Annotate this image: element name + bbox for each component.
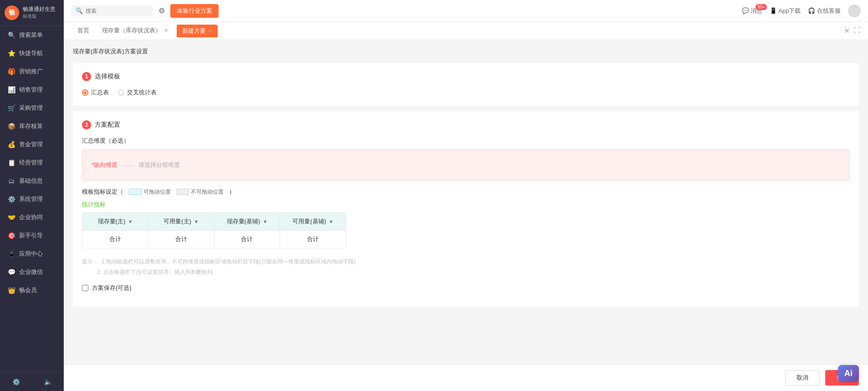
- chevron-1-icon: ▼: [194, 219, 199, 224]
- draggable-text: 可拖动位置: [143, 188, 171, 196]
- quick-nav-icon: ⭐: [7, 49, 15, 57]
- page-title: 现存量(库存状况表)方案设置: [73, 47, 859, 56]
- topbar-right: 💬 消息 99+ 📱 App下载 🎧 在线客服: [742, 5, 861, 17]
- speaker-btn[interactable]: 🔈: [41, 376, 56, 387]
- radio-summary[interactable]: 汇总表: [82, 88, 109, 97]
- sidebar-item-system[interactable]: ⚙️ 系统管理: [0, 190, 64, 208]
- enterprise-label: 企业协同: [19, 213, 43, 221]
- search-menu-label: 搜索菜单: [19, 31, 43, 39]
- sidebar-item-inventory[interactable]: 📦 库存核算: [0, 117, 64, 135]
- member-icon: 👑: [7, 286, 15, 294]
- radio-summary-dot: [82, 89, 88, 96]
- finance-icon: 💰: [7, 140, 15, 149]
- template-section: 1 选择模板 汇总表 交叉统计表: [73, 63, 859, 106]
- content-area: 现存量(库存状况表)方案设置 1 选择模板 汇总表 交叉统计表 2: [64, 40, 868, 364]
- app-center-label: 应用中心: [19, 250, 43, 258]
- member-label: 畅会员: [19, 286, 37, 294]
- sidebar-item-basic-info[interactable]: 🗂 基础信息: [0, 172, 64, 190]
- settings-btn[interactable]: ⚙️: [9, 376, 24, 387]
- draggable-badge: 可拖动位置: [129, 188, 171, 196]
- sidebar-item-wechat[interactable]: 💬 企业微信: [0, 263, 64, 281]
- user-avatar[interactable]: [848, 5, 861, 17]
- save-plan-checkbox[interactable]: [82, 285, 88, 291]
- stats-cell-0: 合计: [82, 231, 148, 248]
- tip-2: 2. 点击标题栏下拉可设置排序、插入列和删除列: [82, 268, 850, 277]
- stats-header-row: 现存量(主) ▼ 可用量(主) ▼ 现存量(基辅) ▼ 可用量(基辅): [82, 213, 346, 230]
- operations-icon: 📋: [7, 159, 15, 167]
- ai-badge[interactable]: Ai: [838, 365, 859, 382]
- sales-label: 销售管理: [19, 86, 43, 94]
- inventory-label: 库存核算: [19, 122, 43, 130]
- tab-home[interactable]: 首页: [71, 23, 96, 39]
- tab-new-plan-close[interactable]: ✕: [208, 28, 212, 34]
- search-box[interactable]: 🔍: [71, 5, 153, 16]
- stats-col-0[interactable]: 现存量(主) ▼: [82, 213, 148, 230]
- app-download-btn[interactable]: 📱 App下载: [770, 7, 801, 15]
- sales-icon: 📊: [7, 86, 15, 94]
- chevron-0-icon: ▼: [128, 219, 133, 224]
- sidebar-item-enterprise[interactable]: 🤝 企业协同: [0, 208, 64, 226]
- sidebar-item-member[interactable]: 👑 畅会员: [0, 281, 64, 299]
- search-icon: 🔍: [76, 7, 83, 14]
- stats-col-3-label: 可用量(基辅): [292, 217, 326, 226]
- dimension-area[interactable]: *纵向维度 —— 请选择分组维度: [82, 149, 850, 180]
- gear-icon[interactable]: ⚙: [158, 6, 165, 15]
- sidebar-logo: 畅 畅康通好生意 标准版: [0, 0, 64, 26]
- enterprise-icon: 🤝: [7, 213, 15, 221]
- dim-dash: ——: [122, 162, 134, 169]
- tabs-controls: ✕ ⛶: [844, 26, 861, 35]
- not-draggable-text: 不可拖动位置: [191, 188, 224, 196]
- search-input[interactable]: [86, 8, 140, 14]
- sidebar-nav: 🔍 搜索菜单 ⭐ 快捷导航 🎁 营销推广 📊 销售管理 🛒 采购管理 📦 库存核…: [0, 26, 64, 372]
- system-icon: ⚙️: [7, 195, 15, 203]
- main-area: 🔍 ⚙ 体验行业方案 💬 消息 99+ 📱 App下载 🎧 在线客服 首页: [64, 0, 868, 391]
- indicators-label-text: 模板指标设定（: [82, 188, 123, 196]
- sidebar-item-marketing[interactable]: 🎁 营销推广: [0, 62, 64, 81]
- sidebar: 畅 畅康通好生意 标准版 🔍 搜索菜单 ⭐ 快捷导航 🎁 营销推广 📊 销售管理…: [0, 0, 64, 391]
- sidebar-item-newbie[interactable]: 🎯 新手引导: [0, 226, 64, 245]
- stats-col-0-label: 现存量(主): [98, 217, 126, 226]
- sidebar-item-sales[interactable]: 📊 销售管理: [0, 81, 64, 99]
- stats-col-3[interactable]: 可用量(基辅) ▼: [280, 213, 346, 230]
- stats-section: 统计指标 现存量(主) ▼ 可用量(主) ▼ 现存量(基辅): [82, 201, 850, 248]
- tab-close-btn[interactable]: ✕: [844, 26, 850, 35]
- indicators-suffix: ）: [229, 188, 235, 196]
- stats-data-row: 合计 合计 合计 合计: [82, 230, 346, 248]
- sidebar-bottom: ⚙️ 🔈: [0, 372, 64, 391]
- stats-col-1[interactable]: 可用量(主) ▼: [148, 213, 214, 230]
- sidebar-item-finance[interactable]: 💰 资金管理: [0, 135, 64, 154]
- cancel-button[interactable]: 取消: [785, 370, 820, 386]
- tab-home-label: 首页: [77, 26, 89, 35]
- industry-btn[interactable]: 体验行业方案: [170, 4, 219, 18]
- customer-service-btn[interactable]: 🎧 在线客服: [808, 7, 841, 15]
- purchase-icon: 🛒: [7, 104, 15, 112]
- tab-inventory-status[interactable]: 现存量（库存状况表） ✕: [96, 23, 175, 39]
- step2-header: 2 方案配置: [82, 120, 850, 129]
- tab-inventory-close[interactable]: ✕: [164, 27, 168, 34]
- save-plan-label: 方案保存(可选): [92, 284, 132, 292]
- stats-col-2[interactable]: 现存量(基辅) ▼: [214, 213, 281, 230]
- msg-btn[interactable]: 💬 消息 99+: [742, 7, 763, 15]
- tab-new-plan-label: 新建方案: [182, 27, 206, 35]
- newbie-label: 新手引导: [19, 232, 43, 240]
- sidebar-item-purchase[interactable]: 🛒 采购管理: [0, 99, 64, 117]
- inventory-icon: 📦: [7, 122, 15, 130]
- basic-info-label: 基础信息: [19, 177, 43, 185]
- msg-icon: 💬: [742, 7, 749, 14]
- operations-label: 经营管理: [19, 159, 43, 167]
- step1-title: 选择模板: [95, 72, 120, 81]
- step2-title: 方案配置: [95, 121, 120, 129]
- tab-new-plan[interactable]: 新建方案 ✕: [177, 25, 218, 37]
- app-icon: 📱: [770, 7, 777, 14]
- vertical-dim-label: *纵向维度: [92, 161, 117, 169]
- sidebar-item-quick-nav[interactable]: ⭐ 快捷导航: [0, 44, 64, 62]
- wechat-label: 企业微信: [19, 268, 43, 276]
- sidebar-item-operations[interactable]: 📋 经营管理: [0, 154, 64, 172]
- sidebar-item-search-menu[interactable]: 🔍 搜索菜单: [0, 26, 64, 44]
- tip-1: 提示： 1.拖动标题栏可以调整布局，不可跨维度或指标区域拖动栏目字段(只能在同一…: [82, 257, 850, 266]
- radio-cross[interactable]: 交叉统计表: [118, 88, 157, 97]
- stats-col-2-label: 现存量(基辅): [227, 217, 260, 226]
- tab-expand-btn[interactable]: ⛶: [853, 26, 861, 35]
- tips-area: 提示： 1.拖动标题栏可以调整布局，不可跨维度或指标区域拖动栏目字段(只能在同一…: [82, 257, 850, 277]
- sidebar-item-app-center[interactable]: 📱 应用中心: [0, 245, 64, 263]
